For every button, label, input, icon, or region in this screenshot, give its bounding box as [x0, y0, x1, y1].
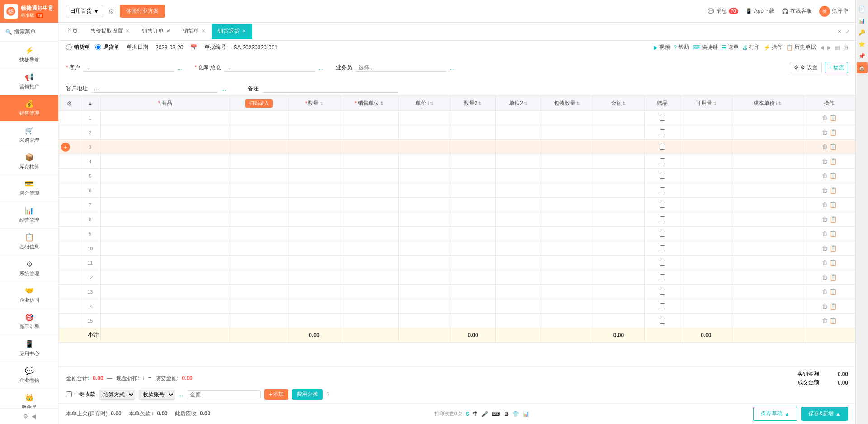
tab-sales-return[interactable]: 销货退货 ✕ — [212, 24, 252, 39]
calendar-icon[interactable]: 📅 — [190, 44, 197, 51]
row3-add-btn[interactable]: + — [59, 140, 80, 154]
tab-expand-icon[interactable]: ⤢ — [845, 29, 850, 35]
customer-input[interactable] — [84, 63, 174, 72]
row3-gift-check[interactable] — [660, 144, 665, 150]
row2-delete-btn[interactable]: 🗑 — [822, 129, 828, 136]
radio-delivery[interactable]: 销货单 — [66, 43, 90, 51]
single-debt-info[interactable]: ℹ — [152, 411, 154, 416]
status-screen-icon[interactable]: 🖥 — [503, 411, 509, 417]
settings-icon[interactable]: ⚙ — [23, 413, 28, 419]
row5-gift-check[interactable] — [660, 173, 665, 179]
history-prev-icon[interactable]: ◀ — [820, 44, 824, 51]
row1-delete-btn[interactable]: 🗑 — [822, 114, 828, 121]
row3-product[interactable] — [100, 140, 230, 154]
rp-icon-1[interactable]: 📄 — [857, 4, 868, 14]
logistics-button[interactable]: + 物流 — [825, 62, 848, 73]
save-new-button[interactable]: 保存&新增 ▲ — [801, 407, 848, 421]
settlement-method-select[interactable]: 结算方式 — [99, 390, 135, 400]
app-download-button[interactable]: 📱 App下载 — [745, 7, 774, 15]
row1-gift[interactable] — [645, 111, 680, 125]
add-payment-button[interactable]: + 添加 — [264, 389, 288, 400]
sidebar-item-purchase[interactable]: 🛒 采购管理 — [0, 122, 58, 148]
tab-sales-order[interactable]: 销售订单 ✕ — [136, 24, 176, 39]
tab-sales-delivery[interactable]: 销货单 ✕ — [176, 24, 212, 39]
row4-gift-check[interactable] — [660, 158, 665, 164]
row9-gift-check[interactable] — [660, 231, 665, 237]
rp-icon-2[interactable]: 📊 — [857, 15, 868, 26]
collapse-icon[interactable]: ◀ — [32, 413, 36, 419]
row1-unit[interactable] — [340, 111, 398, 125]
rp-icon-6[interactable]: 🏠 — [857, 62, 868, 73]
sidebar-item-system[interactable]: ⚙ 系统管理 — [0, 255, 58, 282]
th-settings[interactable]: ⚙ — [59, 96, 80, 111]
tab-price-setup[interactable]: 售价提取设置 ✕ — [84, 24, 136, 39]
radio-delivery-input[interactable] — [66, 44, 72, 50]
address-input[interactable] — [91, 84, 218, 93]
row1-avail[interactable] — [680, 111, 732, 125]
row15-gift-check[interactable] — [660, 318, 665, 324]
sidebar-search-area[interactable]: 🔍 搜索菜单 — [0, 23, 58, 42]
one-key-payment-input[interactable] — [66, 391, 72, 397]
view-list-icon[interactable]: ▦ — [835, 44, 840, 51]
row1-cost[interactable] — [732, 111, 803, 125]
one-key-payment-checkbox[interactable]: 一键收款 — [66, 391, 95, 398]
add-row-button[interactable]: + — [61, 143, 70, 152]
account-select[interactable]: 收款账号 — [139, 390, 175, 400]
status-keyboard-icon[interactable]: ⌨ — [492, 411, 500, 417]
status-zh-icon[interactable]: 中 — [473, 410, 478, 417]
row3-copy-btn[interactable]: 📋 — [830, 143, 837, 150]
row13-gift-check[interactable] — [660, 289, 665, 295]
sidebar-item-guide[interactable]: 🎯 新手引导 — [0, 309, 58, 335]
sidebar-item-shortcuts[interactable]: ⚡ 快捷导航 — [0, 42, 58, 68]
tab-close-sales-delivery[interactable]: ✕ — [202, 29, 205, 33]
qty-sort-icon[interactable]: ⇅ — [320, 101, 323, 106]
settings-button[interactable]: ⚙ ⚙ 设置 ⚙ 设置 — [790, 62, 822, 73]
scan-button[interactable]: 扫码录入 — [245, 99, 273, 108]
status-mic-icon[interactable]: 🎤 — [481, 411, 488, 417]
user-avatar[interactable]: 徐 徐泽华 — [819, 6, 848, 17]
rp-icon-5[interactable]: 📌 — [857, 51, 868, 62]
sidebar-item-wechat[interactable]: 💬 企业微信 — [0, 362, 58, 389]
row1-unit2[interactable] — [495, 111, 541, 125]
sidebar-item-marketing[interactable]: 📢 营销推广 — [0, 68, 58, 95]
topbar-gear-icon[interactable]: ⚙ — [108, 8, 114, 15]
avail-sort-icon[interactable]: ⇅ — [713, 101, 717, 106]
row1-qty[interactable] — [288, 111, 340, 125]
sidebar-item-member[interactable]: 👑 畅会员 — [0, 389, 58, 408]
row3-gift[interactable] — [645, 140, 680, 154]
online-service-button[interactable]: 🎧 在线客服 — [782, 7, 812, 15]
sidebar-item-sales[interactable]: 💰 销售管理 — [0, 95, 58, 122]
row1-copy-btn[interactable]: 📋 — [830, 114, 837, 121]
history-next-icon[interactable]: ▶ — [827, 44, 831, 51]
pack-sort-icon[interactable]: ⇅ — [576, 101, 580, 106]
customer-select-btn[interactable]: ... — [178, 65, 182, 71]
tab-close-price-setup[interactable]: ✕ — [126, 29, 129, 33]
rp-icon-3[interactable]: 🔑 — [857, 27, 868, 38]
row7-gift-check[interactable] — [660, 202, 665, 208]
row3-product-input[interactable] — [103, 144, 228, 150]
row3-delete-btn[interactable]: 🗑 — [822, 143, 828, 150]
search-menu-button[interactable]: 🔍 搜索菜单 — [4, 26, 55, 38]
sidebar-item-finance[interactable]: 💳 资金管理 — [0, 175, 58, 202]
help-btn[interactable]: ? 帮助 — [674, 43, 689, 51]
save-draft-button[interactable]: 保存草稿 ▲ — [753, 407, 797, 421]
operate-btn[interactable]: ⚡ 操作 — [764, 43, 783, 51]
cost-info-icon[interactable]: ℹ — [776, 101, 778, 106]
radio-return[interactable]: 退货单 — [95, 43, 119, 51]
rp-icon-4[interactable]: ⭐ — [857, 39, 868, 50]
qty2-sort-icon[interactable]: ⇅ — [478, 101, 482, 106]
unit-sort-icon[interactable]: ⇅ — [380, 101, 384, 106]
topbar-dropdown[interactable]: 日用百货 ▼ — [66, 5, 103, 17]
tab-close-sales-return[interactable]: ✕ — [242, 29, 246, 33]
row1-gift-check[interactable] — [660, 115, 665, 121]
tab-close-sales-order[interactable]: ✕ — [166, 29, 170, 33]
row2-gift[interactable] — [645, 125, 680, 140]
sidebar-item-enterprise[interactable]: 🤝 企业协同 — [0, 282, 58, 309]
sidebar-item-operations[interactable]: 📊 经营管理 — [0, 202, 58, 229]
print-btn[interactable]: 🖨 打印 — [742, 43, 760, 51]
history-btn[interactable]: 📋 历史单据 — [786, 43, 816, 51]
video-btn[interactable]: ▶ 视频 — [654, 43, 670, 51]
shortcut-btn[interactable]: ⌨ 快捷键 — [693, 43, 718, 51]
fee-split-button[interactable]: 费用分摊 — [292, 389, 323, 400]
row6-gift-check[interactable] — [660, 187, 665, 193]
